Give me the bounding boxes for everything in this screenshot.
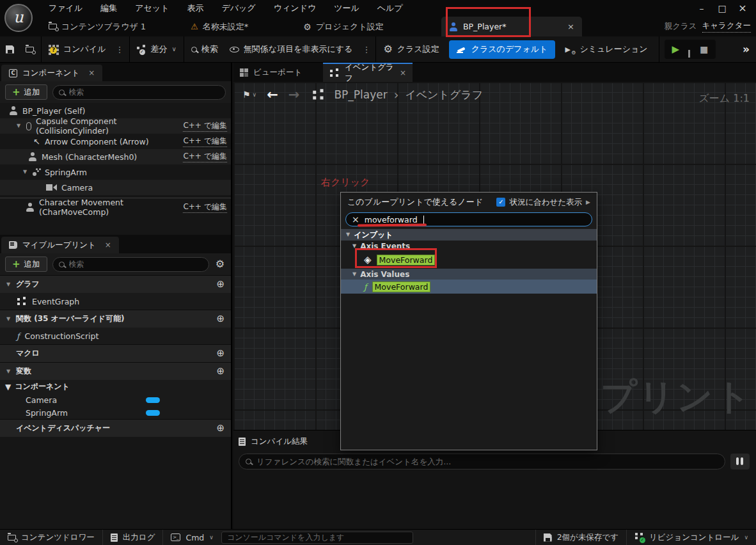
event-graph-tab[interactable]: イベントグラフ — [323, 63, 413, 82]
expander-icon[interactable] — [15, 123, 22, 129]
viewport-tab[interactable]: ビューポート — [233, 63, 323, 82]
content-drawer-button[interactable]: コンテンツドロワー — [0, 530, 102, 545]
compile-button[interactable]: ? コンパイル — [43, 36, 112, 62]
cmd-selector[interactable]: >_ Cmd — [163, 530, 221, 545]
project-settings-tab[interactable]: プロジェクト設定 — [294, 17, 392, 36]
tree-row-springarm[interactable]: SpringArm — [0, 164, 231, 180]
edit-in-cpp-link[interactable]: C++ で編集 — [183, 136, 227, 147]
tree-row-char-movement[interactable]: Character Movement (CharMoveComp) C++ で編… — [0, 200, 231, 215]
clear-search-icon[interactable] — [352, 215, 359, 224]
expander-icon[interactable] — [5, 282, 12, 287]
construction-script-row[interactable]: ConstructionScript — [0, 328, 231, 344]
menu-file[interactable]: ファイル — [40, 0, 91, 17]
edit-in-cpp-link[interactable]: C++ で編集 — [183, 151, 227, 162]
close-tab-icon[interactable] — [567, 22, 574, 31]
components-panel-tab[interactable]: C コンポーネント — [1, 65, 102, 81]
macros-section-header[interactable]: マクロ — [0, 344, 231, 362]
menu-item-moveforward-value[interactable]: MoveForward — [341, 280, 597, 294]
close-button[interactable] — [736, 3, 750, 13]
main-editor-area: ビューポート イベントグラフ BP_Player イベン — [233, 63, 756, 529]
context-sensitive-checkbox[interactable] — [496, 198, 505, 207]
stop-icon[interactable] — [700, 45, 708, 54]
edit-in-cpp-link[interactable]: C++ で編集 — [183, 201, 227, 213]
close-tab-icon[interactable] — [400, 69, 406, 77]
navigate-back-icon[interactable] — [267, 88, 278, 102]
variables-section-header[interactable]: 変数 — [0, 362, 231, 380]
add-variable-icon[interactable] — [216, 367, 224, 376]
revision-control-button[interactable]: リビジョンコントロール — [627, 530, 756, 545]
level-tab[interactable]: 名称未設定* — [182, 17, 257, 36]
tree-row-camera[interactable]: Camera — [0, 180, 231, 195]
browse-button[interactable] — [20, 36, 40, 62]
simulate-button[interactable]: シミュレーション — [559, 36, 653, 62]
expander-icon[interactable] — [22, 170, 28, 175]
content-browser-tab[interactable]: コンテンツブラウザ 1 — [40, 17, 155, 36]
menu-view[interactable]: 表示 — [178, 0, 212, 17]
variable-row-springarm[interactable]: SpringArm — [0, 406, 231, 419]
add-macro-icon[interactable] — [216, 349, 224, 358]
maximize-button[interactable] — [715, 4, 729, 13]
class-defaults-button[interactable]: クラスのデフォルト — [449, 40, 556, 59]
node-context-menu: このブループリントで使えるノード 状況に合わせた表示 moveforward イ… — [340, 192, 597, 450]
menu-edit[interactable]: 編集 — [91, 0, 126, 17]
find-button[interactable]: 検索 — [185, 36, 224, 62]
parent-class-link[interactable]: キャラクター — [702, 20, 751, 33]
status-bar: コンテンツドロワー 出力ログ >_ Cmd 2個が未保存です リビジョンコントロ… — [0, 529, 756, 545]
bookmarks-button[interactable] — [242, 90, 256, 99]
panel-settings-icon[interactable] — [214, 259, 226, 269]
add-function-icon[interactable] — [216, 314, 224, 324]
output-log-button[interactable]: 出力ログ — [103, 530, 163, 545]
diff-button[interactable]: 差分 — [131, 36, 182, 62]
save-button[interactable] — [0, 36, 20, 62]
menu-asset[interactable]: アセット — [126, 0, 178, 17]
console-command-input[interactable] — [227, 533, 407, 542]
hide-unrelated-options-icon[interactable] — [358, 45, 374, 54]
variable-row-camera[interactable]: Camera — [0, 393, 231, 406]
breadcrumb-root[interactable]: BP_Player — [334, 88, 387, 101]
graphs-section-header[interactable]: グラフ — [0, 275, 231, 293]
navigate-forward-icon[interactable] — [288, 88, 300, 102]
find-references-input[interactable] — [256, 457, 718, 466]
unsaved-status[interactable]: 2個が未保存です — [536, 530, 626, 545]
add-graph-icon[interactable] — [216, 280, 224, 289]
tree-row-arrow[interactable]: Arrow Component (Arrow) C++ で編集 — [0, 134, 231, 149]
category-input[interactable]: インプット — [341, 229, 597, 241]
toolbar-overflow-icon[interactable] — [736, 44, 756, 55]
expander-icon[interactable] — [346, 232, 350, 237]
hide-unrelated-button[interactable]: 無関係な項目を非表示にする — [224, 36, 359, 62]
category-axis-values[interactable]: Axis Values — [341, 269, 597, 280]
class-settings-button[interactable]: クラス設定 — [377, 36, 445, 62]
event-graph-canvas[interactable]: BP_Player イベントグラフ ズーム 1:1 ブループリント 右クリック … — [233, 82, 756, 430]
my-blueprint-search-input[interactable] — [69, 260, 203, 269]
play-icon[interactable] — [672, 45, 680, 54]
close-panel-icon[interactable] — [105, 241, 111, 249]
functions-section-header[interactable]: 関数 (35 オーバーライド可能) — [0, 310, 231, 328]
event-dispatchers-section-header[interactable]: イベントディスパッチャー — [0, 419, 231, 437]
expander-icon[interactable] — [5, 317, 12, 322]
submenu-arrow-icon[interactable] — [586, 200, 590, 205]
add-component-button[interactable]: 追加 — [5, 84, 47, 100]
menu-help[interactable]: ヘルプ — [368, 0, 412, 17]
expander-icon[interactable] — [352, 272, 356, 277]
edit-in-cpp-link[interactable]: C++ で編集 — [183, 120, 227, 132]
expander-icon[interactable] — [5, 383, 11, 391]
add-dispatcher-icon[interactable] — [216, 423, 224, 433]
components-variable-group[interactable]: コンポーネント — [0, 380, 231, 393]
components-search-input[interactable] — [69, 88, 219, 97]
find-in-blueprints-button[interactable] — [730, 454, 750, 470]
context-sensitive-label: 状況に合わせた表示 — [509, 197, 582, 208]
my-blueprint-panel-tab[interactable]: マイブループリント — [1, 237, 119, 253]
expander-icon[interactable] — [5, 369, 12, 374]
add-blueprint-item-button[interactable]: 追加 — [5, 257, 47, 272]
menu-window[interactable]: ウィンドウ — [265, 0, 326, 17]
compile-options-icon[interactable] — [112, 45, 128, 54]
tree-row-mesh[interactable]: Mesh (CharacterMesh0) C++ で編集 — [0, 149, 231, 164]
menu-debug[interactable]: デバッグ — [212, 0, 264, 17]
compile-results-tab[interactable]: コンパイル結果 — [251, 436, 308, 447]
tree-row-capsule[interactable]: Capsule Component (CollisionCylinder) C+… — [0, 118, 231, 134]
menu-tools[interactable]: ツール — [325, 0, 368, 17]
minimize-button[interactable] — [695, 4, 709, 13]
skeletal-mesh-icon — [28, 152, 37, 161]
event-graph-row[interactable]: EventGraph — [0, 293, 231, 310]
close-panel-icon[interactable] — [88, 69, 95, 77]
